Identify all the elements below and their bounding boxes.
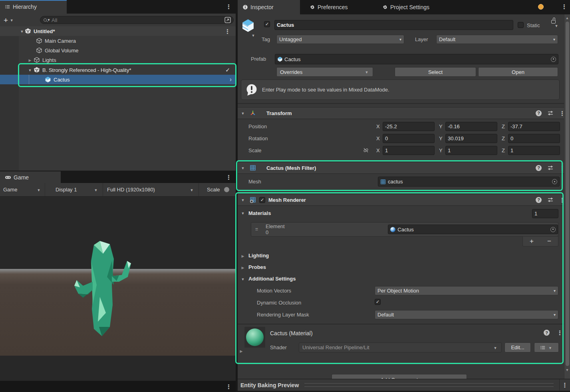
foldout-icon[interactable] — [27, 68, 33, 72]
inspector-scrollbar[interactable]: ▲ ▼ — [564, 14, 570, 379]
hierarchy-menu-icon[interactable] — [226, 4, 232, 10]
tab-hierarchy[interactable]: Hierarchy — [0, 0, 67, 14]
rendering-layer-mask-dropdown[interactable]: Default — [375, 310, 558, 319]
lighting-foldout-icon[interactable] — [240, 253, 246, 258]
mesh-renderer-enabled-checkbox[interactable]: ✓ — [259, 197, 265, 203]
foldout-icon[interactable] — [240, 111, 246, 115]
position-z-field[interactable]: -37.7 — [508, 122, 560, 131]
tree-row-lights[interactable]: Lights — [0, 55, 236, 65]
create-button[interactable]: + — [4, 16, 8, 24]
gameobject-active-checkbox[interactable]: ✓ — [264, 21, 270, 27]
search-popout-icon[interactable] — [224, 16, 232, 24]
splitter-handle[interactable] — [304, 383, 554, 387]
tab-game[interactable]: Game — [0, 171, 61, 183]
foldout-icon[interactable] — [19, 29, 25, 34]
tab-inspector[interactable]: Inspector — [238, 0, 300, 14]
account-icon[interactable] — [538, 4, 544, 10]
open-button[interactable]: Open — [478, 67, 558, 77]
mesh-renderer-header[interactable]: ✓ Mesh Renderer — [238, 194, 570, 206]
select-button[interactable]: Select — [395, 67, 476, 77]
motion-vectors-dropdown[interactable]: Per Object Motion — [375, 286, 558, 295]
tree-row-main-camera[interactable]: Main Camera — [0, 36, 236, 46]
rotation-x-field[interactable]: 0 — [383, 134, 435, 143]
material-object-field[interactable]: Cactus — [388, 225, 558, 234]
probes-foldout-label[interactable]: Probes — [248, 264, 266, 270]
gameobject-icon-caret[interactable] — [250, 33, 256, 38]
foldout-icon[interactable] — [240, 197, 246, 202]
link-broken-icon[interactable] — [363, 147, 369, 153]
entity-baking-preview-bar[interactable]: Entity Baking Preview — [238, 379, 570, 391]
add-material-button[interactable]: + — [530, 237, 534, 245]
presets-icon[interactable] — [547, 165, 554, 171]
material-foldout-icon[interactable] — [238, 348, 244, 353]
material-preview-thumb[interactable] — [244, 327, 265, 348]
foldout-icon[interactable] — [240, 165, 246, 170]
drag-handle-icon[interactable] — [255, 227, 258, 232]
game-menu-icon[interactable] — [226, 174, 232, 180]
scale-z-field[interactable]: 1 — [508, 146, 560, 155]
tree-row-subscene[interactable]: B. Strongly Referenced - High-Quality* — [0, 65, 236, 75]
overrides-dropdown[interactable]: Overrides — [276, 67, 373, 77]
scroll-down-icon[interactable]: ▼ — [564, 368, 570, 372]
scroll-up-icon[interactable]: ▲ — [564, 16, 570, 20]
help-icon[interactable] — [536, 165, 542, 171]
materials-element-row[interactable]: Element 0 Cactus — [251, 222, 558, 237]
gameobject-name-field[interactable]: Cactus — [274, 20, 513, 30]
axis-y-label: Y — [439, 123, 445, 129]
tab-preferences[interactable]: Preferences — [306, 0, 352, 14]
probes-foldout-icon[interactable] — [240, 265, 246, 270]
dynamic-occlusion-checkbox[interactable]: ✓ — [375, 299, 381, 305]
game-resolution-dropdown[interactable]: Full HD (1920x1080) — [103, 183, 199, 196]
prefab-object-field[interactable]: Cactus — [275, 54, 558, 64]
game-bottom-menu-icon[interactable] — [226, 384, 232, 390]
additional-settings-foldout-icon[interactable] — [240, 277, 246, 281]
game-display-target-dropdown[interactable]: Game — [0, 183, 45, 196]
scale-y-field[interactable]: 1 — [445, 146, 497, 155]
material-menu-icon[interactable] — [557, 330, 563, 336]
inspector-menu-icon[interactable] — [561, 4, 567, 10]
materials-count-field[interactable]: 1 — [532, 209, 558, 218]
prefab-picker-icon[interactable] — [551, 57, 556, 62]
shader-list-button[interactable] — [534, 342, 559, 352]
layer-dropdown[interactable]: Default — [436, 35, 558, 44]
help-icon[interactable] — [544, 330, 550, 336]
mesh-object-field[interactable]: cactus — [378, 177, 560, 187]
transform-header[interactable]: Transform — [238, 107, 570, 119]
scale-slider-knob[interactable] — [224, 187, 229, 192]
remove-material-button[interactable]: − — [547, 237, 551, 245]
tree-row-cactus[interactable]: Cactus — [0, 75, 236, 84]
game-display-dropdown[interactable]: Display 1 — [45, 183, 103, 196]
presets-icon[interactable] — [547, 110, 554, 116]
create-dropdown-icon[interactable] — [9, 18, 14, 22]
foldout-icon[interactable] — [27, 58, 33, 62]
scale-x-field[interactable]: 1 — [383, 146, 435, 155]
mesh-picker-icon[interactable] — [552, 179, 557, 184]
material-picker-icon[interactable] — [550, 227, 556, 232]
rotation-y-field[interactable]: 30.019 — [445, 134, 497, 143]
static-dropdown-icon[interactable] — [554, 23, 559, 28]
hierarchy-search-input[interactable]: All — [40, 16, 234, 24]
tree-row-global-volume[interactable]: Global Volume — [0, 46, 236, 55]
mesh-filter-header[interactable]: Cactus (Mesh Filter) — [238, 162, 570, 174]
shader-edit-button[interactable]: Edit... — [504, 342, 531, 352]
prefab-open-chevron-icon[interactable] — [230, 76, 232, 83]
help-icon[interactable] — [536, 197, 542, 203]
static-checkbox[interactable] — [518, 22, 524, 28]
lighting-foldout-label[interactable]: Lighting — [248, 253, 269, 259]
materials-foldout-icon[interactable] — [240, 211, 246, 215]
help-icon[interactable] — [536, 110, 542, 116]
tree-row-untitled[interactable]: Untitled* — [0, 26, 236, 36]
position-x-field[interactable]: -25.2 — [383, 122, 435, 131]
scrollbar-thumb[interactable] — [566, 22, 569, 366]
scene-menu-icon[interactable] — [224, 28, 230, 34]
rotation-z-field[interactable]: 0 — [508, 134, 560, 143]
entity-baking-menu-icon[interactable] — [562, 382, 568, 388]
subscene-loaded-checkmark-icon[interactable] — [225, 67, 230, 73]
shader-dropdown[interactable]: Universal Render Pipeline/Lit — [299, 342, 502, 352]
tab-project-settings[interactable]: Project Settings — [378, 0, 433, 14]
position-y-field[interactable]: -0.16 — [445, 122, 497, 131]
presets-icon[interactable] — [547, 197, 554, 203]
game-scale-slider[interactable]: Scale — [199, 183, 236, 196]
tag-dropdown[interactable]: Untagged — [276, 35, 404, 44]
additional-settings-foldout-label[interactable]: Additional Settings — [248, 276, 296, 282]
